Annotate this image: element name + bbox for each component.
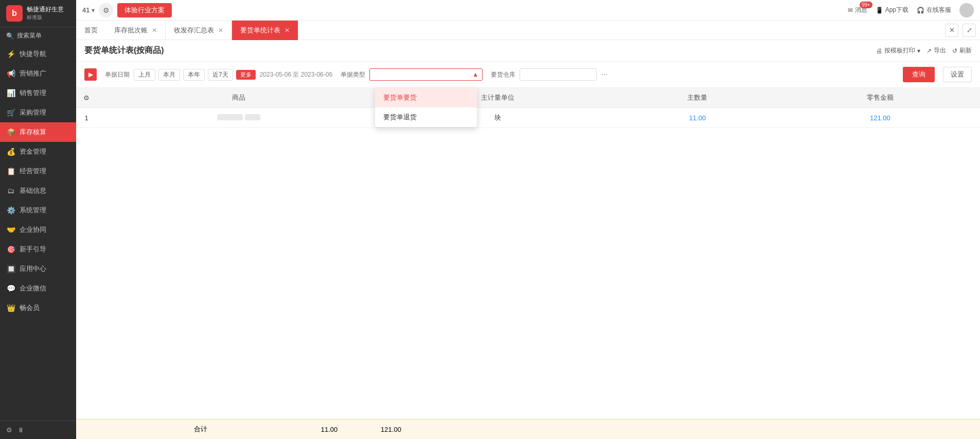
main-area: 41 ▾ ⚙ 体验行业方案 ✉ 消息 99+ 📱 App下载 🎧 在线客服 <box>76 0 980 439</box>
print-icon: 🖨 <box>876 47 882 54</box>
footer-amount: 121.00 <box>360 426 422 433</box>
quantity-link[interactable]: 11.00 <box>689 114 706 122</box>
type-filter-label: 单据类型 <box>341 70 365 79</box>
export-label: 导出 <box>934 46 946 55</box>
warehouse-more-btn[interactable]: ··· <box>601 70 608 79</box>
inventory-icon: 📦 <box>6 128 15 136</box>
date-more-btn[interactable]: 更多 <box>236 70 256 80</box>
sidebar-settings-btn[interactable]: ⚙ <box>6 426 12 434</box>
online-service-btn[interactable]: 🎧 在线客服 <box>917 6 951 14</box>
settings-gear-btn[interactable]: ⚙ <box>99 3 113 17</box>
sidebar-bottom: ⚙ ⏸ <box>0 420 76 439</box>
date-btn-this-month[interactable]: 本月 <box>158 69 180 81</box>
date-options: 上月 本月 本年 近7天 更多 <box>134 69 256 81</box>
app-download-label: App下载 <box>885 6 908 14</box>
member-icon: 👑 <box>6 304 15 312</box>
warehouse-filter-input[interactable] <box>520 68 597 81</box>
topbar-right: ✉ 消息 99+ 📱 App下载 🎧 在线客服 <box>848 3 974 17</box>
sidebar-item-collab[interactable]: 🤝 企业协同 <box>0 220 76 240</box>
user-avatar[interactable] <box>959 3 974 17</box>
table-settings-icon[interactable]: ⚙ <box>83 94 90 102</box>
tabbar-right: ✕ ⤢ <box>945 24 980 37</box>
search-icon: 🔍 <box>6 32 14 40</box>
trial-button[interactable]: 体验行业方案 <box>117 3 172 17</box>
logo-text-group: 畅捷通好生意 标准版 <box>27 6 64 21</box>
dropdown-item-return[interactable]: 要货单退货 <box>375 107 477 127</box>
sidebar-item-basic[interactable]: 🗂 基础信息 <box>0 181 76 200</box>
date-filter-group: 单据日期 上月 本月 本年 近7天 更多 2023-05-06 至 2023-0… <box>105 69 332 81</box>
tab-receipt-summary-label: 收发存汇总表 <box>174 26 214 35</box>
sidebar-item-sales[interactable]: 📊 销售管理 <box>0 83 76 103</box>
topbar-left: 41 ▾ ⚙ 体验行业方案 <box>82 3 843 17</box>
sidebar-operations-label: 经营管理 <box>20 167 46 176</box>
sidebar-item-marketing[interactable]: 📢 营销推广 <box>0 64 76 83</box>
company-number: 41 <box>82 6 90 14</box>
export-btn[interactable]: ↗ 导出 <box>926 46 946 55</box>
sidebar-marketing-label: 营销推广 <box>20 69 46 78</box>
tab-requisition-stats-close[interactable]: ✕ <box>284 27 290 34</box>
tabbar: 首页 库存批次账 ✕ 收发存汇总表 ✕ 要货单统计表 ✕ ✕ ⤢ <box>76 21 980 40</box>
th-settings[interactable]: ⚙ <box>76 88 97 108</box>
sidebar-item-search[interactable]: 🔍 搜索菜单 <box>0 27 76 44</box>
type-dropdown: 要货单要货 要货单退货 <box>375 87 477 127</box>
product-name-placeholder <box>217 114 260 120</box>
print-btn[interactable]: 🖨 按模板打印 ▾ <box>876 46 920 55</box>
type-filter-input[interactable] <box>369 68 483 81</box>
th-quantity: 主数量 <box>615 88 780 108</box>
sidebar-item-quicknav[interactable]: ⚡ 快捷导航 <box>0 44 76 64</box>
amount-link[interactable]: 121.00 <box>870 114 890 122</box>
sidebar-item-appcenter[interactable]: 🔲 应用中心 <box>0 259 76 279</box>
sidebar-member-label: 畅会员 <box>20 303 40 313</box>
tab-receipt-summary[interactable]: 收发存汇总表 ✕ <box>166 21 232 40</box>
export-icon: ↗ <box>926 47 932 54</box>
sidebar-sales-label: 销售管理 <box>20 88 46 98</box>
appcenter-icon: 🔲 <box>6 265 15 273</box>
sidebar-item-system[interactable]: ⚙️ 系统管理 <box>0 200 76 220</box>
type-filter-arrow[interactable]: ▲ <box>472 71 478 78</box>
tabbar-close-all-btn[interactable]: ✕ <box>945 24 958 37</box>
tab-home[interactable]: 首页 <box>76 21 106 40</box>
date-btn-this-year[interactable]: 本年 <box>183 69 205 81</box>
sidebar-item-finance[interactable]: 💰 资金管理 <box>0 142 76 161</box>
settings-button[interactable]: 设置 <box>943 67 972 82</box>
sidebar-appcenter-label: 应用中心 <box>20 264 46 273</box>
sidebar-item-purchase[interactable]: 🛒 采购管理 <box>0 103 76 122</box>
sidebar-item-wechat[interactable]: 💬 企业微信 <box>0 279 76 298</box>
app-logo-icon: b <box>6 5 23 22</box>
company-selector[interactable]: 41 ▾ <box>82 6 95 14</box>
filter-expand-btn[interactable]: ▶ <box>84 68 97 81</box>
download-icon: 📱 <box>876 7 883 14</box>
sidebar-item-member[interactable]: 👑 畅会员 <box>0 298 76 318</box>
date-btn-last-7-days[interactable]: 近7天 <box>208 69 233 81</box>
tab-requisition-stats[interactable]: 要货单统计表 ✕ <box>232 21 298 40</box>
data-table: ⚙ 商品 主计量单位 主数量 零售金额 <box>76 88 980 128</box>
basic-icon: 🗂 <box>6 187 15 195</box>
page-content: 要货单统计表(按商品) 🖨 按模板打印 ▾ ↗ 导出 ↺ 刷新 ▶ <box>76 40 980 439</box>
data-table-container: ⚙ 商品 主计量单位 主数量 零售金额 <box>76 88 980 419</box>
message-btn[interactable]: ✉ 消息 99+ <box>848 6 867 14</box>
refresh-btn[interactable]: ↺ 刷新 <box>952 46 972 55</box>
app-download-btn[interactable]: 📱 App下载 <box>876 6 908 14</box>
cell-quantity[interactable]: 11.00 <box>615 108 780 128</box>
sidebar-item-inventory[interactable]: 📦 库存核算 <box>0 122 76 142</box>
dropdown-item-requisition[interactable]: 要货单要货 <box>375 88 477 107</box>
sidebar-quicknav-label: 快捷导航 <box>20 49 46 59</box>
sidebar-logo: b 畅捷通好生意 标准版 <box>0 0 76 27</box>
tab-inventory-batch[interactable]: 库存批次账 ✕ <box>106 21 166 40</box>
sidebar: b 畅捷通好生意 标准版 🔍 搜索菜单 ⚡ 快捷导航 📢 营销推广 📊 销售管理… <box>0 0 76 439</box>
collab-icon: 🤝 <box>6 226 15 234</box>
sidebar-collapse-btn[interactable]: ⏸ <box>17 426 24 434</box>
cell-amount[interactable]: 121.00 <box>780 108 980 128</box>
query-button[interactable]: 查询 <box>903 67 935 82</box>
tabbar-expand-btn[interactable]: ⤢ <box>963 24 976 37</box>
tab-receipt-summary-close[interactable]: ✕ <box>218 27 223 34</box>
print-label: 按模板打印 <box>884 46 915 55</box>
tab-home-label: 首页 <box>84 26 98 35</box>
table-footer: 合计 11.00 121.00 <box>76 419 980 439</box>
page-actions: 🖨 按模板打印 ▾ ↗ 导出 ↺ 刷新 <box>876 46 972 55</box>
sidebar-item-operations[interactable]: 📋 经营管理 <box>0 161 76 181</box>
tab-inventory-batch-close[interactable]: ✕ <box>152 27 157 34</box>
date-btn-last-month[interactable]: 上月 <box>134 69 155 81</box>
app-name: 畅捷通好生意 <box>27 6 64 14</box>
sidebar-item-guide[interactable]: 🎯 新手引导 <box>0 240 76 259</box>
